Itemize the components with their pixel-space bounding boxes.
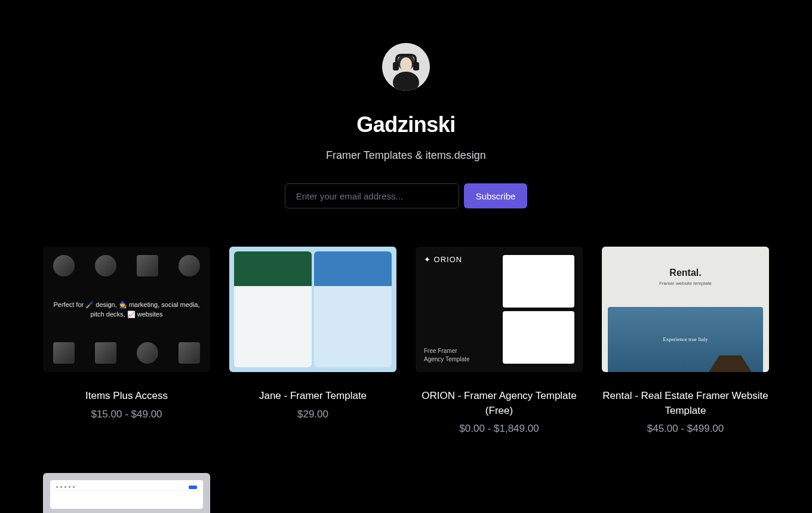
- product-card[interactable]: Rental. Framer website template Experien…: [602, 247, 769, 435]
- svg-rect-4: [413, 62, 419, 70]
- product-title: Items Plus Access: [43, 389, 210, 404]
- thumb-brand: ✦ ORION: [424, 255, 496, 264]
- product-thumbnail: ✦ ORION Free FramerAgency Template: [416, 247, 583, 372]
- thumb-hero-text: Experience true Italy: [663, 336, 708, 342]
- profile-tagline: Framer Templates & items.design: [326, 149, 486, 162]
- products-grid: Perfect for 🖌️ design, 🧙 marketing, soci…: [0, 247, 812, 435]
- product-price: $15.00 - $49.00: [43, 408, 210, 420]
- product-title: Rental - Real Estate Framer Website Temp…: [602, 389, 769, 418]
- product-price: $0.00 - $1,849.00: [416, 423, 583, 435]
- product-thumbnail: Rental. Framer website template Experien…: [602, 247, 769, 372]
- product-title: Jane - Framer Template: [229, 389, 396, 404]
- thumb-subtitle: Framer website template: [659, 281, 712, 286]
- svg-rect-3: [393, 62, 399, 70]
- product-thumbnail: [229, 247, 396, 372]
- product-card[interactable]: Perfect for 🖌️ design, 🧙 marketing, soci…: [43, 247, 210, 435]
- product-card[interactable]: [43, 473, 210, 513]
- product-price: $29.00: [229, 408, 396, 420]
- thumb-subtitle: Free FramerAgency Template: [424, 347, 496, 364]
- product-price: $45.00 - $499.00: [602, 423, 769, 435]
- products-grid-row-2: [0, 473, 812, 513]
- svg-point-5: [400, 57, 412, 72]
- page-container: Gadzinski Framer Templates & items.desig…: [0, 0, 812, 513]
- subscribe-form: Subscribe: [285, 183, 528, 208]
- profile-name: Gadzinski: [356, 112, 456, 137]
- avatar-image: [382, 43, 430, 91]
- product-card[interactable]: Jane - Framer Template $29.00: [229, 247, 396, 435]
- thumb-title: Rental.: [669, 268, 701, 278]
- product-title: ORION - Framer Agency Template (Free): [416, 389, 583, 418]
- avatar[interactable]: [382, 43, 430, 91]
- thumb-caption: Perfect for 🖌️ design, 🧙 marketing, soci…: [43, 300, 210, 320]
- email-input[interactable]: [285, 183, 459, 208]
- product-thumbnail: Perfect for 🖌️ design, 🧙 marketing, soci…: [43, 247, 210, 372]
- product-card[interactable]: ✦ ORION Free FramerAgency Template ORION…: [416, 247, 583, 435]
- product-thumbnail: [43, 473, 210, 513]
- subscribe-button[interactable]: Subscribe: [464, 183, 528, 208]
